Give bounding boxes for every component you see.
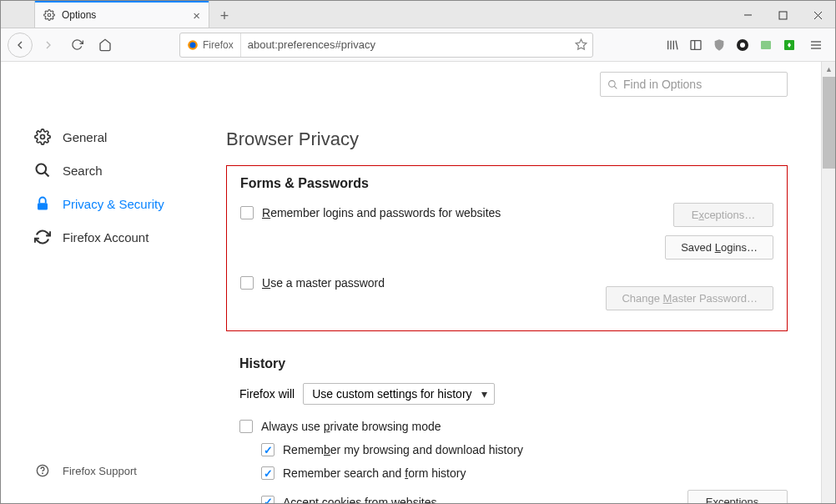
accept-cookies-checkbox[interactable]: [261, 496, 274, 505]
shield-icon[interactable]: [710, 36, 728, 54]
forms-passwords-highlight: Forms & Passwords Remember logins and pa…: [226, 165, 788, 331]
home-button[interactable]: [93, 33, 118, 58]
tab-bar: Options × +: [1, 1, 835, 28]
sidebar-item-account[interactable]: Firefox Account: [1, 220, 193, 254]
url-identity-label: Firefox: [203, 39, 234, 51]
sidebar-item-general[interactable]: General: [1, 120, 193, 154]
master-password-label: Use a master password: [262, 276, 385, 290]
sidebar-icon[interactable]: [687, 36, 705, 54]
search-icon: [34, 162, 51, 179]
tab-title: Options: [62, 9, 186, 21]
remember-browsing-label: Remember my browsing and download histor…: [283, 443, 523, 456]
scrollbar[interactable]: ▲: [821, 62, 835, 504]
close-tab-icon[interactable]: ×: [193, 8, 200, 23]
sync-icon: [34, 229, 51, 245]
remember-browsing-checkbox[interactable]: [261, 443, 274, 456]
scroll-up-icon[interactable]: ▲: [822, 62, 836, 76]
search-icon: [607, 79, 618, 90]
preferences-sidebar: General Search Privacy & Security Firefo…: [1, 62, 193, 504]
lock-icon: [34, 195, 51, 212]
url-bar[interactable]: Firefox about:preferences#privacy: [179, 33, 593, 58]
svg-rect-25: [38, 203, 48, 209]
preferences-main: Find in Options Browser Privacy Forms & …: [193, 62, 821, 504]
saved-logins-button[interactable]: Saved Logins…: [665, 235, 773, 260]
svg-point-22: [41, 135, 45, 139]
change-master-password-button[interactable]: Change Master Password…: [606, 286, 773, 310]
page-title: Browser Privacy: [226, 129, 788, 150]
svg-line-29: [614, 86, 617, 88]
history-heading: History: [239, 356, 788, 371]
svg-rect-12: [691, 40, 701, 49]
forms-heading: Forms & Passwords: [240, 176, 773, 191]
remember-logins-checkbox[interactable]: [240, 206, 254, 219]
svg-point-15: [740, 43, 745, 48]
url-identity[interactable]: Firefox: [180, 33, 241, 57]
extension-icon-3[interactable]: [780, 36, 798, 54]
reload-button[interactable]: [64, 33, 89, 58]
back-button[interactable]: [8, 33, 33, 58]
menu-button[interactable]: [803, 33, 828, 58]
library-icon[interactable]: [663, 36, 682, 54]
find-in-options-input[interactable]: Find in Options: [600, 72, 788, 97]
sidebar-support-label: Firefox Support: [63, 465, 137, 477]
sidebar-label: General: [63, 130, 107, 144]
master-password-checkbox[interactable]: [240, 276, 254, 290]
window-maximize-button[interactable]: [765, 3, 800, 28]
remember-search-checkbox[interactable]: [261, 466, 274, 480]
sidebar-item-support[interactable]: Firefox Support: [1, 454, 193, 504]
gear-icon: [34, 129, 51, 145]
remember-search-label: Remember search and form history: [283, 466, 466, 480]
gear-icon: [43, 9, 55, 21]
svg-marker-7: [576, 39, 587, 49]
sidebar-item-privacy[interactable]: Privacy & Security: [1, 187, 193, 220]
svg-point-23: [37, 164, 47, 174]
scrollbar-thumb[interactable]: [823, 77, 835, 169]
extension-icon-2[interactable]: [757, 36, 775, 54]
extension-icon-1[interactable]: [733, 36, 752, 54]
svg-line-24: [45, 173, 49, 177]
new-tab-button[interactable]: +: [213, 4, 236, 28]
svg-line-11: [676, 40, 677, 49]
sidebar-label: Firefox Account: [63, 230, 149, 244]
sidebar-label: Privacy & Security: [63, 197, 164, 211]
sidebar-label: Search: [63, 164, 103, 178]
window-minimize-button[interactable]: [730, 3, 765, 28]
private-browsing-checkbox[interactable]: [239, 420, 253, 433]
svg-point-27: [43, 473, 43, 474]
history-section: History Firefox will Use custom settings…: [226, 356, 788, 504]
cookie-exceptions-button[interactable]: Exceptions…: [687, 490, 788, 504]
private-browsing-label: Always use private browsing mode: [261, 420, 441, 433]
sidebar-item-search[interactable]: Search: [1, 154, 193, 187]
history-mode-select[interactable]: Use custom settings for history: [303, 383, 494, 405]
bookmark-star-icon[interactable]: [569, 38, 592, 51]
help-icon: [34, 462, 51, 479]
svg-rect-2: [779, 12, 787, 19]
browser-tab[interactable]: Options ×: [34, 1, 209, 28]
url-path[interactable]: about:preferences#privacy: [241, 38, 569, 51]
accept-cookies-label: Accept cookies from websites: [283, 496, 436, 505]
toolbar: Firefox about:preferences#privacy: [1, 28, 835, 62]
svg-point-28: [609, 80, 616, 87]
find-placeholder: Find in Options: [623, 78, 702, 91]
window-close-button[interactable]: [800, 3, 835, 28]
firefox-will-label: Firefox will: [239, 387, 295, 401]
svg-point-0: [48, 13, 51, 17]
svg-rect-16: [761, 41, 771, 49]
forward-button[interactable]: [36, 33, 61, 58]
svg-point-6: [190, 42, 196, 48]
remember-logins-label: Remember logins and passwords for websit…: [262, 206, 501, 219]
exceptions-button[interactable]: Exceptions…: [673, 203, 773, 227]
firefox-icon: [187, 39, 199, 51]
